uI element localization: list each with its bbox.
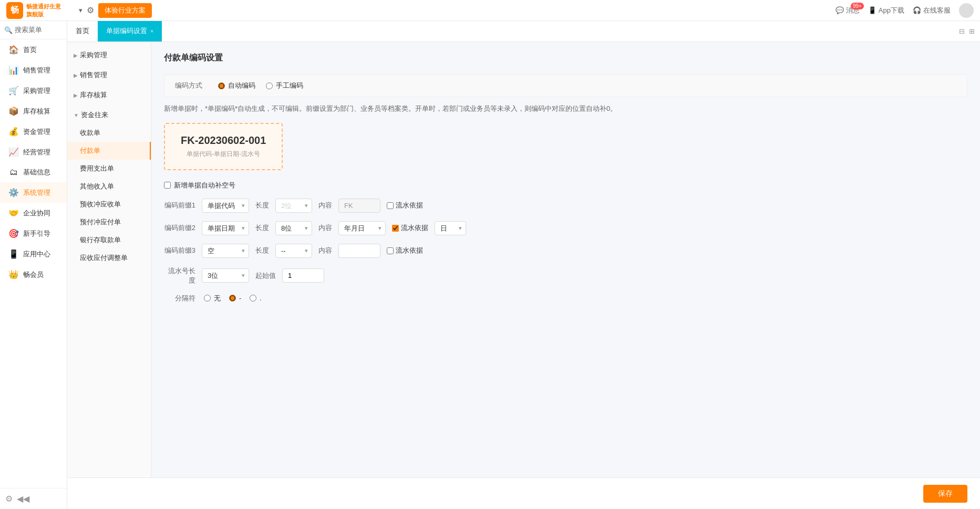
- content1-input: [338, 199, 380, 213]
- message-badge-container[interactable]: 💬 消息 99+: [835, 6, 860, 15]
- message-badge: 99+: [851, 3, 864, 9]
- sub-item-yuchong-fu[interactable]: 预付冲应付单: [67, 213, 151, 231]
- sub-item-yinhang[interactable]: 银行存取款单: [67, 231, 151, 249]
- content1-label: 内容: [318, 201, 332, 210]
- separator-none-radio[interactable]: 无: [204, 294, 221, 303]
- experience-button[interactable]: 体验行业方案: [98, 3, 152, 18]
- sub-group-sales: ▶ 销售管理: [67, 66, 151, 84]
- liushui2-checkbox[interactable]: 流水依据: [392, 223, 428, 233]
- service-icon: 🎧: [913, 6, 921, 14]
- preview-box: FK-20230602-001 单据代码-单据日期-流水号: [164, 123, 283, 170]
- online-service[interactable]: 🎧 在线客服: [913, 6, 951, 15]
- logo: 畅 畅捷通好生意 旗舰版: [6, 2, 74, 19]
- user-avatar[interactable]: [959, 3, 974, 18]
- sub-item-shoukuan[interactable]: 收款单: [67, 124, 151, 142]
- tab-close-icon[interactable]: ×: [150, 28, 153, 34]
- sub-item-yuchong-ying[interactable]: 预收冲应收单: [67, 195, 151, 213]
- nav-dropdown[interactable]: ▾: [79, 6, 82, 14]
- tab-expand-icon[interactable]: ⊞: [969, 27, 975, 35]
- length2-select-wrapper: 4位 6位 8位: [275, 221, 312, 235]
- sub-group-purchase: ▶ 采购管理: [67, 46, 151, 64]
- sidebar-item-guide[interactable]: 🎯 新手引导: [0, 223, 67, 244]
- sidebar-item-home[interactable]: 🏠 首页: [0, 39, 67, 60]
- enterprise-icon: 🤝: [8, 208, 19, 218]
- sub-item-qita[interactable]: 其他收入单: [67, 178, 151, 195]
- start-value-input[interactable]: [282, 268, 324, 283]
- arrow-down-icon: ▼: [74, 112, 79, 118]
- sub-group-purchase-title[interactable]: ▶ 采购管理: [67, 46, 151, 64]
- sub-item-yingshou[interactable]: 应收应付调整单: [67, 249, 151, 267]
- auto-fill-row: 新增单据自动补空号: [164, 181, 967, 190]
- length1-select[interactable]: 2位 4位 6位: [275, 199, 312, 213]
- prefix1-select[interactable]: 单据代码 单据日期 空: [202, 199, 249, 213]
- notice-text: 新增单据时，*单据编码*自动生成，不可编辑。前缀设置为部门、业务员等档案类。开单…: [164, 103, 967, 115]
- sidebar-item-member[interactable]: 👑 畅会员: [0, 264, 67, 285]
- settings-bottom-icon[interactable]: ⚙: [5, 494, 13, 504]
- home-icon: 🏠: [8, 45, 19, 55]
- length3-select[interactable]: --: [275, 244, 312, 258]
- prefix3-select[interactable]: 单据代码 单据日期 空: [202, 244, 249, 258]
- serial-length-select[interactable]: 2位 3位 4位: [202, 268, 249, 283]
- tab-home[interactable]: 首页: [67, 21, 98, 41]
- sidebar-item-enterprise[interactable]: 🤝 企业协同: [0, 203, 67, 223]
- tab-bar: 首页 单据编码设置 × ⊟ ⊞: [67, 21, 980, 42]
- settings-icon[interactable]: ⚙: [87, 5, 94, 15]
- length1-select-wrapper: 2位 4位 6位: [275, 199, 312, 213]
- separator-none-input[interactable]: [204, 295, 211, 302]
- serial-row: 流水号长度 2位 3位 4位 起始值: [164, 266, 967, 285]
- length3-label: 长度: [255, 246, 269, 255]
- collapse-icon[interactable]: ◀◀: [17, 494, 29, 504]
- prefix2-select[interactable]: 单据代码 单据日期 空: [202, 221, 249, 235]
- auto-fill-label[interactable]: 新增单据自动补空号: [174, 181, 235, 190]
- separator-dot-radio[interactable]: .: [250, 294, 262, 302]
- prefix2-select-wrapper: 单据代码 单据日期 空: [202, 221, 249, 235]
- sidebar-item-purchase[interactable]: 🛒 采购管理: [0, 80, 67, 101]
- save-button[interactable]: 保存: [923, 485, 967, 503]
- sidebar-item-operation[interactable]: 📈 经营管理: [0, 142, 67, 162]
- sub-group-capital: ▼ 资金往来 收款单 付款单 费用支出单 其他收入单 预收冲应收单 预付冲应付单…: [67, 106, 151, 267]
- content2-select[interactable]: 年月日 年月 年: [338, 221, 386, 235]
- separator-dot-input[interactable]: [250, 295, 256, 302]
- sidebar-item-system[interactable]: ⚙️ 系统管理: [0, 182, 67, 203]
- sidebar-item-basic[interactable]: 🗂 基础信息: [0, 162, 67, 182]
- liushui3-checkbox[interactable]: 流水依据: [387, 246, 423, 255]
- separator-dash-input[interactable]: [229, 295, 236, 302]
- manual-encoding-input[interactable]: [266, 82, 273, 89]
- serial-label: 流水号长度: [164, 266, 195, 285]
- length2-label: 长度: [255, 223, 269, 233]
- arrow-right-icon: ▶: [74, 53, 78, 58]
- manual-encoding-radio[interactable]: 手工编码: [266, 81, 303, 90]
- separator-dash-radio[interactable]: -: [229, 294, 241, 302]
- top-bar: 畅 畅捷通好生意 旗舰版 ▾ ⚙ 体验行业方案 💬 消息 99+ 📱 App下载…: [0, 0, 980, 21]
- sub-group-capital-title[interactable]: ▼ 资金往来: [67, 106, 151, 124]
- apps-icon: 📱: [8, 249, 19, 259]
- auto-encoding-radio[interactable]: 自动编码: [218, 81, 255, 90]
- liushui2-unit-select[interactable]: 日 月 年: [435, 221, 466, 235]
- sidebar-item-inventory[interactable]: 📦 库存核算: [0, 101, 67, 121]
- arrow-right-icon3: ▶: [74, 92, 78, 98]
- liushui2-input[interactable]: [392, 225, 399, 232]
- sidebar-item-sales[interactable]: 📊 销售管理: [0, 60, 67, 80]
- sub-item-feiyong[interactable]: 费用支出单: [67, 160, 151, 178]
- sub-sidebar: ▶ 采购管理 ▶ 销售管理 ▶ 库存核算: [67, 42, 151, 477]
- sidebar-search[interactable]: 🔍 搜索菜单: [0, 21, 67, 39]
- content3-input[interactable]: [338, 244, 380, 258]
- liushui3-input[interactable]: [387, 247, 394, 254]
- sidebar-bottom: ⚙ ◀◀: [0, 488, 67, 509]
- auto-encoding-input[interactable]: [218, 82, 225, 89]
- tab-encoding[interactable]: 单据编码设置 ×: [98, 21, 162, 41]
- sub-group-sales-title[interactable]: ▶ 销售管理: [67, 66, 151, 84]
- liushui1-input[interactable]: [387, 202, 394, 209]
- basic-icon: 🗂: [8, 168, 19, 177]
- liushui1-checkbox[interactable]: 流水依据: [387, 201, 423, 210]
- sidebar-item-finance[interactable]: 💰 资金管理: [0, 121, 67, 142]
- content3-label: 内容: [318, 246, 332, 255]
- sidebar-item-apps[interactable]: 📱 应用中心: [0, 244, 67, 264]
- tab-collapse-icon[interactable]: ⊟: [959, 27, 965, 35]
- auto-fill-checkbox[interactable]: [164, 182, 171, 189]
- length2-select[interactable]: 4位 6位 8位: [275, 221, 312, 235]
- preview-code: FK-20230602-001: [181, 134, 266, 147]
- app-download[interactable]: 📱 App下载: [868, 6, 904, 15]
- sub-item-fukuan[interactable]: 付款单: [67, 142, 151, 160]
- sub-group-inventory-title[interactable]: ▶ 库存核算: [67, 86, 151, 104]
